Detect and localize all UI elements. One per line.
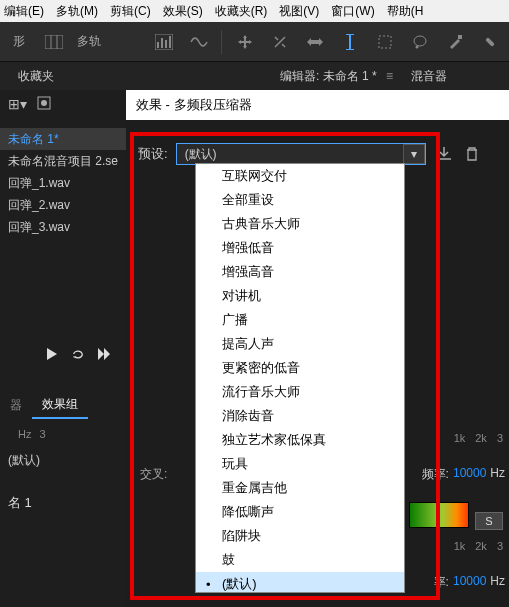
preset-option[interactable]: 流行音乐大师	[196, 380, 404, 404]
chevron-down-icon[interactable]: ▾	[403, 144, 425, 164]
mode-multitrack[interactable]: 多轨	[76, 29, 101, 55]
tab-processor[interactable]: 器	[0, 393, 32, 418]
menu-window[interactable]: 窗口(W)	[331, 3, 374, 20]
preset-option[interactable]: 对讲机	[196, 284, 404, 308]
hz-label: Hz	[18, 428, 31, 448]
menu-effects[interactable]: 效果(S)	[163, 3, 203, 20]
preset-option[interactable]: 广播	[196, 308, 404, 332]
play-icon[interactable]	[46, 348, 58, 374]
preset-option[interactable]: 更紧密的低音	[196, 356, 404, 380]
svg-point-17	[41, 100, 47, 106]
menu-bar: 编辑(E) 多轨(M) 剪辑(C) 效果(S) 收藏夹(R) 视图(V) 窗口(…	[0, 0, 509, 22]
tool-row: 形 多轨	[0, 22, 509, 62]
hz-tick: 3	[39, 428, 45, 448]
editor-panel-label: 编辑器: 未命名 1 * ≡	[280, 68, 393, 85]
frequency-value[interactable]: 10000	[453, 466, 486, 483]
menu-multitrack[interactable]: 多轨(M)	[56, 3, 98, 20]
add-file-icon[interactable]: ⊞▾	[8, 96, 27, 112]
preset-option[interactable]: 提高人声	[196, 332, 404, 356]
preset-option[interactable]: 互联网交付	[196, 164, 404, 188]
svg-point-13	[416, 45, 419, 48]
file-item[interactable]: 未命名 1*	[0, 128, 126, 150]
preset-option[interactable]: 陷阱块	[196, 524, 404, 548]
preset-option[interactable]: 消除齿音	[196, 404, 404, 428]
level-meter	[409, 502, 469, 528]
editor-doc-name[interactable]: 未命名 1 *	[323, 69, 377, 83]
svg-rect-11	[379, 36, 391, 48]
delete-preset-icon[interactable]	[462, 144, 482, 164]
slip-tool-icon[interactable]	[303, 29, 328, 55]
svg-rect-15	[485, 37, 495, 47]
favorites-panel-title: 收藏夹	[0, 68, 270, 85]
frequency-value-2[interactable]: 10000	[453, 574, 486, 591]
svg-rect-5	[161, 38, 163, 48]
rack-preset-default[interactable]: (默认)	[0, 448, 126, 472]
file-item[interactable]: 回弹_2.wav	[0, 194, 126, 216]
freq-ruler: 1k2k3	[419, 432, 509, 444]
svg-rect-14	[458, 35, 462, 39]
panel-menu-chevron-icon[interactable]: ≡	[386, 69, 393, 83]
svg-rect-0	[45, 35, 63, 49]
left-column: ⊞▾ 未命名 1* 未命名混音项目 2.se 回弹_1.wav 回弹_2.wav…	[0, 90, 126, 607]
preset-option-selected[interactable]: (默认)	[196, 572, 404, 593]
preset-option[interactable]: 重金属吉他	[196, 476, 404, 500]
svg-rect-7	[169, 36, 171, 48]
transport-controls	[0, 348, 126, 374]
preset-option[interactable]: 全部重设	[196, 188, 404, 212]
preset-label: 预设:	[138, 145, 168, 163]
freq-ruler-2: 1k2k3	[419, 540, 509, 552]
svg-point-12	[414, 36, 426, 46]
loop-icon[interactable]	[72, 348, 84, 374]
preset-combo-value: (默认)	[185, 146, 217, 163]
mode-panels-icon[interactable]	[41, 29, 66, 55]
time-select-tool-icon[interactable]	[338, 29, 363, 55]
preset-option[interactable]: 鼓	[196, 548, 404, 572]
svg-rect-4	[157, 42, 159, 48]
preset-option[interactable]: 玩具	[196, 452, 404, 476]
save-preset-icon[interactable]	[434, 144, 454, 164]
tab-effects-rack[interactable]: 效果组	[32, 392, 88, 419]
spectral-icon[interactable]	[151, 29, 176, 55]
panel-header-row: 收藏夹 编辑器: 未命名 1 * ≡ 混音器	[0, 62, 509, 90]
file-item[interactable]: 回弹_1.wav	[0, 172, 126, 194]
heal-tool-icon[interactable]	[478, 29, 503, 55]
lasso-tool-icon[interactable]	[408, 29, 433, 55]
svg-rect-6	[165, 40, 167, 48]
preset-dropdown-list[interactable]: 互联网交付 全部重设 古典音乐大师 增强低音 增强高音 对讲机 广播 提高人声 …	[195, 163, 405, 593]
menu-help[interactable]: 帮助(H	[387, 3, 424, 20]
file-list: 未命名 1* 未命名混音项目 2.se 回弹_1.wav 回弹_2.wav 回弹…	[0, 128, 126, 238]
marquee-tool-icon[interactable]	[373, 29, 398, 55]
solo-row: S	[475, 512, 503, 530]
preset-option[interactable]: 增强低音	[196, 236, 404, 260]
lower-tabs: 器 效果组	[0, 392, 126, 418]
pitch-icon[interactable]	[186, 29, 211, 55]
file-item[interactable]: 未命名混音项目 2.se	[0, 150, 126, 172]
skip-icon[interactable]	[98, 348, 110, 374]
effect-dialog-title: 效果 - 多频段压缩器	[126, 90, 509, 120]
razor-tool-icon[interactable]	[267, 29, 292, 55]
mixer-panel-title[interactable]: 混音器	[411, 68, 447, 85]
menu-fav[interactable]: 收藏夹(R)	[215, 3, 268, 20]
preset-option[interactable]: 独立艺术家低保真	[196, 428, 404, 452]
move-tool-icon[interactable]	[232, 29, 257, 55]
preset-option[interactable]: 增强高音	[196, 260, 404, 284]
crossover-label: 交叉:	[140, 466, 167, 483]
preset-option[interactable]: 古典音乐大师	[196, 212, 404, 236]
mode-waveform[interactable]: 形	[6, 29, 31, 55]
brush-tool-icon[interactable]	[443, 29, 468, 55]
menu-edit[interactable]: 编辑(E)	[4, 3, 44, 20]
preset-combo[interactable]: (默认) ▾	[176, 143, 426, 165]
menu-view[interactable]: 视图(V)	[279, 3, 319, 20]
solo-button[interactable]: S	[475, 512, 503, 530]
toolbar-separator	[221, 30, 222, 54]
preset-option[interactable]: 降低嘶声	[196, 500, 404, 524]
track-name: 名 1	[0, 494, 126, 512]
record-icon[interactable]	[37, 96, 51, 113]
file-item[interactable]: 回弹_3.wav	[0, 216, 126, 238]
menu-clip[interactable]: 剪辑(C)	[110, 3, 151, 20]
